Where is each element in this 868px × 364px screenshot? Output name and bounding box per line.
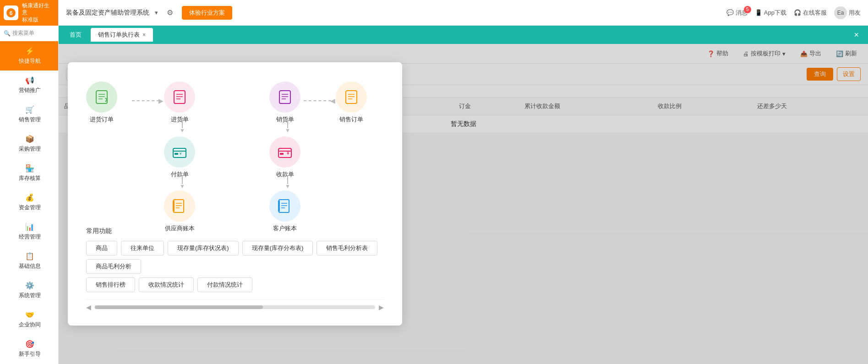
sidebar-item-sales[interactable]: 🛒 销售管理 (0, 100, 58, 129)
content-area: ❓ 帮助 🖨 按模板打印 ▾ 📤 导出 🔄 刷新 (59, 44, 868, 364)
try-industry-button[interactable]: 体验行业方案 (182, 6, 232, 20)
finance-icon: 💰 (25, 193, 34, 202)
flow-node-supplier-ledger[interactable]: 供应商账本 (164, 190, 195, 233)
dropdown-icon[interactable]: ▾ (155, 9, 158, 16)
arrow-sales-to-receipt: ▼ (285, 119, 290, 134)
sidebar-item-finance[interactable]: 💰 资金管理 (0, 188, 58, 217)
func-btn-counterparty[interactable]: 往来单位 (121, 241, 164, 255)
quick-nav-icon: ⚡ (25, 47, 34, 55)
sidebar-item-inventory[interactable]: 🏪 库存核算 (0, 158, 58, 188)
supplier-ledger-icon (164, 190, 195, 222)
purchase-icon: 📦 (25, 135, 34, 143)
common-functions: 常用功能 商品 往来单位 现存量(库存状况表) 现存量(库存分布表) 销售毛利分… (86, 227, 384, 292)
svg-text:6: 6 (10, 10, 13, 16)
tab-bar-close-button[interactable]: × (848, 30, 864, 40)
svg-rect-6 (174, 91, 185, 103)
sidebar-item-purchase[interactable]: 📦 采购管理 (0, 129, 58, 158)
sidebar-item-enterprise[interactable]: 🤝 企业协同 (0, 305, 58, 334)
func-btn-product-gross[interactable]: 商品毛利分析 (86, 259, 141, 274)
top-header: 装备及固定资产辅助管理系统 ▾ ⚙ 体验行业方案 💬 消息 5 📱 App下载 … (59, 0, 868, 26)
app-logo: 6 畅康通好生意 标准版 (0, 0, 58, 26)
sidebar-item-basic[interactable]: 📋 基础信息 (0, 246, 58, 276)
svg-rect-20 (175, 153, 178, 155)
func-btn-stock-dist[interactable]: 现存量(库存分布表) (242, 241, 313, 255)
logo-icon: 6 (4, 5, 18, 20)
message-button[interactable]: 💬 消息 5 (726, 9, 748, 17)
purchase-bill-icon (164, 81, 195, 113)
supplier-ledger-label: 供应商账本 (165, 224, 195, 233)
customer-ledger-label: 客户账本 (273, 224, 297, 233)
scroll-left-arrow[interactable]: ◀ (86, 304, 91, 311)
purchase-order-label: 进货订单 (90, 115, 114, 124)
flow-diagram: 进货订单 ▶ 进货单 (86, 77, 384, 223)
arrow-payment-to-supplier: ▼ (180, 175, 185, 190)
receipt-icon: ¥ (269, 136, 300, 168)
inventory-icon: 🏪 (25, 164, 34, 173)
scrollbar-thumb[interactable] (95, 305, 263, 309)
popup-panel: 进货订单 ▶ 进货单 (68, 62, 402, 326)
svg-rect-26 (174, 200, 184, 212)
scroll-right-arrow[interactable]: ▶ (379, 304, 384, 311)
func-btn-receipt-stats[interactable]: 收款情况统计 (139, 277, 194, 292)
svg-rect-31 (279, 200, 289, 212)
guide-icon: 🎯 (25, 340, 34, 348)
tab-bar: 首页 销售订单执行表 × × (59, 26, 868, 44)
operations-icon: 📊 (25, 223, 34, 231)
svg-text:¥: ¥ (179, 152, 182, 156)
svg-text:¥: ¥ (286, 151, 289, 156)
popup-scrollbar: ◀ ▶ (86, 299, 384, 311)
tab-close-icon[interactable]: × (142, 32, 146, 38)
func-btn-sales-gross[interactable]: 销售毛利分析表 (317, 241, 377, 255)
online-service-button[interactable]: 🎧 在线客服 (794, 9, 827, 17)
tab-sales-order[interactable]: 销售订单执行表 × (91, 28, 153, 42)
svg-rect-10 (279, 91, 290, 103)
svg-rect-27 (173, 201, 175, 212)
sidebar-item-quick-nav[interactable]: ⚡ 快捷导航 (0, 41, 58, 71)
flow-node-sales-bill[interactable]: 销货单 (269, 81, 300, 124)
tab-home[interactable]: 首页 (62, 28, 89, 42)
basic-icon: 📋 (25, 252, 34, 261)
settings-icon[interactable]: ⚙ (164, 6, 176, 19)
sidebar-item-system[interactable]: ⚙️ 系统管理 (0, 276, 58, 305)
sidebar: 6 畅康通好生意 标准版 🔍 搜索菜单 ⚡ 快捷导航 📢 营销推广 🛒 销售管理… (0, 0, 59, 364)
sidebar-item-operations[interactable]: 📊 经营管理 (0, 217, 58, 246)
user-menu[interactable]: Ea 用友 (834, 6, 861, 19)
arrow-purchase-to-payment: ▼ (180, 119, 185, 134)
func-btn-sales-rank[interactable]: 销售排行榜 (86, 277, 135, 292)
search-icon: 🔍 (4, 30, 11, 37)
marketing-icon: 📢 (25, 76, 34, 85)
app-download-button[interactable]: 📱 App下载 (755, 9, 786, 17)
function-buttons-row1: 商品 往来单位 现存量(库存状况表) 现存量(库存分布表) 销售毛利分析表 商品… (86, 241, 384, 274)
sales-bill-icon (269, 81, 300, 113)
func-btn-stock-status[interactable]: 现存量(库存状况表) (168, 241, 239, 255)
flow-node-payment[interactable]: ¥ 付款单 (164, 136, 195, 179)
download-icon: 📱 (755, 9, 762, 16)
func-btn-product[interactable]: 商品 (86, 241, 117, 255)
sidebar-item-guide[interactable]: 🎯 新手引导 (0, 334, 58, 364)
enterprise-icon: 🤝 (25, 310, 34, 319)
payment-icon: ¥ (164, 136, 195, 168)
app-name: 畅康通好生意 标准版 (22, 2, 55, 24)
svg-rect-24 (280, 153, 284, 155)
main-area: 装备及固定资产辅助管理系统 ▾ ⚙ 体验行业方案 💬 消息 5 📱 App下载 … (59, 0, 868, 364)
sidebar-item-marketing[interactable]: 📢 营销推广 (0, 71, 58, 100)
flow-node-sales-order[interactable]: 销售订单 (336, 81, 367, 124)
function-buttons-row2: 销售排行榜 收款情况统计 付款情况统计 (86, 277, 384, 292)
header-actions: 💬 消息 5 📱 App下载 🎧 在线客服 Ea 用友 (726, 6, 861, 19)
flow-node-customer-ledger[interactable]: 客户账本 (269, 190, 300, 233)
message-badge: 5 (744, 6, 751, 13)
message-icon: 💬 (726, 9, 734, 16)
popup-overlay[interactable]: 进货订单 ▶ 进货单 (59, 44, 868, 364)
arrow-receipt-to-customer: ▼ (285, 175, 290, 190)
customer-ledger-icon (269, 190, 300, 222)
sales-order-label: 销售订单 (339, 115, 363, 124)
flow-node-receipt[interactable]: ¥ 收款单 (269, 136, 300, 179)
flow-node-purchase-bill[interactable]: 进货单 (164, 81, 195, 124)
flow-node-purchase-order[interactable]: 进货订单 (86, 81, 117, 124)
system-title: 装备及固定资产辅助管理系统 (66, 9, 149, 17)
func-btn-payment-stats[interactable]: 付款情况统计 (197, 277, 252, 292)
search-menu[interactable]: 🔍 搜索菜单 (0, 26, 58, 41)
arrow-purchase-order-to-bill: ▶ (132, 97, 164, 104)
sales-order-icon (336, 81, 367, 113)
service-icon: 🎧 (794, 9, 801, 16)
